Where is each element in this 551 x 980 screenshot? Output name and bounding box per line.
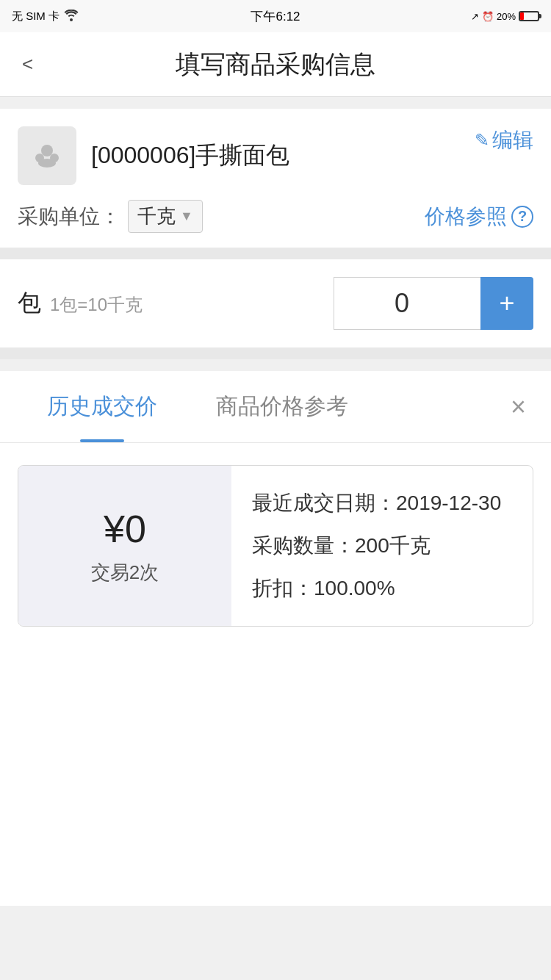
price-detail-discount: 折扣：100.00%	[252, 573, 512, 604]
price-detail-date: 最近成交日期：2019-12-30	[252, 488, 512, 519]
status-right: ↗ ⏰ 20%	[471, 11, 539, 22]
edit-button[interactable]: ✎ 编辑	[475, 126, 533, 154]
back-button[interactable]: <	[15, 46, 40, 83]
edit-icon: ✎	[475, 130, 489, 151]
product-thumbnail	[18, 126, 76, 185]
question-icon: ?	[511, 206, 533, 228]
discount-value: 100.00%	[314, 577, 395, 599]
unit-select[interactable]: 千克 ▼	[128, 200, 203, 233]
page-title: 填写商品采购信息	[176, 48, 375, 82]
tab-content: ¥0 交易2次 最近成交日期：2019-12-30 采购数量：200千克 折扣：…	[0, 465, 551, 906]
purchase-quantity-value: 200千克	[355, 534, 431, 557]
unit-value: 千克	[137, 203, 176, 229]
recent-date-label: 最近成交日期：	[252, 491, 396, 514]
price-detail-quantity: 采购数量：200千克	[252, 530, 512, 561]
tab-history-price[interactable]: 历史成交价	[18, 371, 187, 442]
status-time: 下午6:12	[251, 8, 300, 25]
price-card: ¥0 交易2次 最近成交日期：2019-12-30 采购数量：200千克 折扣：…	[18, 465, 533, 627]
quantity-plus-button[interactable]: +	[480, 277, 533, 330]
price-trades: 交易2次	[91, 560, 159, 586]
unit-label: 采购单位：	[18, 203, 120, 231]
price-right-panel: 最近成交日期：2019-12-30 采购数量：200千克 折扣：100.00%	[231, 466, 533, 626]
tab-history-price-label: 历史成交价	[47, 394, 157, 418]
product-card: [0000006]手撕面包 ✎ 编辑 采购单位： 千克 ▼ 价格参照 ?	[0, 109, 551, 248]
svg-point-0	[41, 145, 53, 156]
product-left: [0000006]手撕面包	[18, 126, 289, 185]
quantity-row: 包 1包=10千克 +	[0, 259, 551, 347]
tab-header: 历史成交价 商品价格参考 ×	[0, 371, 551, 443]
price-left-panel: ¥0 交易2次	[18, 466, 231, 626]
battery-icon	[519, 11, 539, 21]
edit-label: 编辑	[492, 126, 533, 154]
currency-symbol: ¥	[104, 508, 125, 550]
wifi-icon	[64, 10, 79, 24]
product-unit-row: 采购单位： 千克 ▼ 价格参照 ?	[18, 200, 533, 233]
price-ref-label: 价格参照	[425, 203, 507, 231]
purchase-quantity-label: 采购数量：	[252, 534, 355, 557]
battery-percent: 20%	[497, 11, 516, 22]
quantity-label-group: 包 1包=10千克	[18, 287, 143, 320]
quantity-conversion: 1包=10千克	[50, 293, 143, 317]
tab-product-price-ref-label: 商品价格参考	[216, 394, 348, 418]
product-header: [0000006]手撕面包 ✎ 编辑	[18, 126, 533, 185]
quantity-input-group: +	[334, 277, 533, 330]
price-reference-button[interactable]: 价格参照 ?	[425, 203, 533, 231]
dropdown-arrow-icon: ▼	[180, 209, 193, 224]
section-divider-2	[0, 347, 551, 359]
recent-date-value: 2019-12-30	[396, 491, 501, 514]
discount-label: 折扣：	[252, 577, 314, 599]
tab-close-button[interactable]: ×	[503, 384, 533, 430]
section-divider	[0, 248, 551, 259]
carrier-text: 无 SIM 卡	[12, 10, 60, 24]
svg-point-3	[38, 159, 56, 167]
status-bar: 无 SIM 卡 下午6:12 ↗ ⏰ 20%	[0, 0, 551, 32]
status-left: 无 SIM 卡	[12, 10, 79, 24]
tab-product-price-ref[interactable]: 商品价格参考	[187, 371, 378, 442]
quantity-input[interactable]	[334, 277, 480, 330]
location-icon: ↗	[471, 11, 479, 22]
price-value: 0	[125, 508, 146, 550]
quantity-unit: 包	[18, 287, 41, 320]
price-amount: ¥0	[104, 507, 146, 551]
tab-section: 历史成交价 商品价格参考 × ¥0 交易2次 最近成交日期：2019-12-30…	[0, 371, 551, 906]
product-name: [0000006]手撕面包	[91, 140, 289, 172]
alarm-icon: ⏰	[482, 11, 494, 22]
nav-bar: < 填写商品采购信息	[0, 32, 551, 97]
